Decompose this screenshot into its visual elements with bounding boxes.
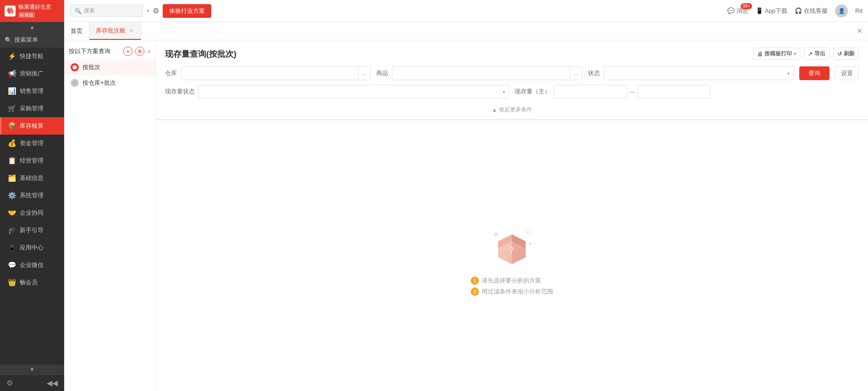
messages-btn[interactable]: 💬 消息 99+ bbox=[727, 7, 748, 15]
collapse-label: 收起更多条件 bbox=[499, 106, 532, 114]
logo-text: 畅 bbox=[7, 7, 13, 15]
sidebar-item-enterprise[interactable]: 🤝 企业协同 bbox=[0, 204, 64, 222]
system-label: 系统管理 bbox=[20, 191, 44, 200]
empty-state: ? 1 请先选择要分析的方案 2 用过滤条件来缩小分析范围 bbox=[156, 120, 868, 391]
app-center-label: 应用中心 bbox=[20, 244, 44, 252]
search-label: 搜索菜单 bbox=[14, 36, 38, 44]
scheme-item-warehouse-batch[interactable]: 按仓库+批次 bbox=[64, 75, 155, 91]
user-name[interactable]: Rit bbox=[855, 7, 863, 14]
print-btn-label: 按模板打印 bbox=[764, 50, 792, 58]
online-service-btn[interactable]: 🎧 在线客服 bbox=[795, 7, 828, 15]
status-select[interactable]: ▾ bbox=[604, 66, 794, 80]
sidebar-scroll-up[interactable]: ▲ bbox=[0, 22, 64, 32]
finance-label: 资金管理 bbox=[20, 139, 44, 147]
scheme-add-btn[interactable]: + bbox=[123, 47, 132, 56]
app-edition: 标准版 bbox=[18, 12, 35, 18]
product-field: 商品 ... bbox=[376, 66, 582, 80]
svg-point-2 bbox=[72, 81, 77, 85]
app-center-icon: 📱 bbox=[8, 244, 16, 252]
warehouse-input-wrapper[interactable]: ... bbox=[181, 66, 371, 80]
member-icon: 👑 bbox=[8, 278, 16, 287]
query-btn[interactable]: 查询 bbox=[799, 66, 830, 80]
sidebar-item-system[interactable]: ⚙️ 系统管理 bbox=[0, 187, 64, 204]
quick-nav-label: 快捷导航 bbox=[20, 52, 44, 60]
sidebar-item-member[interactable]: 👑 畅会员 bbox=[0, 274, 64, 291]
sidebar-item-finance[interactable]: 💰 资金管理 bbox=[0, 135, 64, 152]
product-input[interactable] bbox=[392, 67, 569, 80]
sidebar-item-marketing[interactable]: 📢 营销推广 bbox=[0, 65, 64, 82]
inventory-status-select[interactable]: ▾ bbox=[198, 85, 509, 98]
hint-num-1: 1 bbox=[471, 277, 479, 285]
enterprise-label: 企业协同 bbox=[20, 209, 44, 217]
sidebar-item-purchase[interactable]: 🛒 采购管理 bbox=[0, 100, 64, 117]
main-content: 🔍 搜索 ▾ ⚙ 体验行业方案 💬 消息 99+ 📱 App下载 🎧 在线客服 … bbox=[64, 0, 868, 391]
settings-footer-icon[interactable]: ⚙ bbox=[6, 379, 13, 387]
warehouse-more-btn[interactable]: ... bbox=[358, 67, 370, 80]
print-btn[interactable]: 🖨 按模板打印 ▾ bbox=[753, 48, 800, 60]
empty-hint-1: 1 请先选择要分析的方案 bbox=[471, 277, 553, 285]
finance-icon: 💰 bbox=[8, 139, 16, 147]
warehouse-input[interactable] bbox=[181, 67, 358, 80]
sidebar-search-item[interactable]: 🔍 搜索菜单 bbox=[0, 32, 64, 48]
tab-close-btn[interactable]: × bbox=[128, 27, 134, 34]
product-label: 商品 bbox=[376, 69, 388, 77]
user-avatar[interactable]: 👤 bbox=[835, 5, 848, 17]
quick-nav-icon: ⚡ bbox=[8, 52, 16, 60]
collapse-more-btn[interactable]: ▲ 收起更多条件 bbox=[165, 103, 859, 115]
tab-home[interactable]: 首页 bbox=[64, 22, 89, 40]
enterprise-icon: 🤝 bbox=[8, 209, 16, 217]
product-more-btn[interactable]: ... bbox=[570, 67, 582, 80]
wechat-icon: 💬 bbox=[8, 261, 16, 269]
scheme-gear-icon: ⊕ bbox=[137, 48, 142, 54]
status-label: 状态 bbox=[588, 69, 600, 77]
collapse-sidebar-icon[interactable]: ◀◀ bbox=[47, 379, 58, 387]
tabs-bar: 首页 库存批次账 × ✕ bbox=[64, 22, 868, 40]
export-btn[interactable]: ↗ 导出 bbox=[804, 48, 830, 60]
empty-hints: 1 请先选择要分析的方案 2 用过滤条件来缩小分析范围 bbox=[471, 277, 553, 296]
sidebar-item-wechat[interactable]: 💬 企业微信 bbox=[0, 256, 64, 274]
filter-row-1: 仓库 ... 商品 ... 状态 bbox=[165, 66, 859, 80]
svg-point-1 bbox=[73, 66, 76, 69]
topbar-search[interactable]: 🔍 搜索 bbox=[70, 5, 143, 17]
guide-icon: 🎓 bbox=[8, 226, 16, 234]
print-dropdown-icon[interactable]: ▾ bbox=[794, 51, 796, 56]
scheme-collapse-btn[interactable]: « bbox=[147, 48, 151, 55]
scheme-panel-title: 按以下方案查询 bbox=[69, 47, 110, 55]
operations-icon: 📋 bbox=[8, 157, 16, 165]
tab-active-label: 库存批次账 bbox=[96, 27, 126, 35]
warehouse-label: 仓库 bbox=[165, 69, 177, 77]
content-area: 按以下方案查询 + ⊕ « 按批次 bbox=[64, 40, 868, 391]
app-logo: 畅 bbox=[5, 5, 16, 16]
tab-inventory-batch[interactable]: 库存批次账 × bbox=[89, 22, 141, 40]
sidebar-item-sales[interactable]: 📊 销售管理 bbox=[0, 82, 64, 100]
inventory-status-arrow-icon: ▾ bbox=[503, 89, 505, 94]
scheme-item-batch[interactable]: 按批次 bbox=[64, 60, 155, 75]
app-title-text: 畅康通好生意 bbox=[18, 4, 51, 11]
scheme-settings-btn[interactable]: ⊕ bbox=[135, 47, 144, 56]
page-title-bar: 现存量查询(按批次) 🖨 按模板打印 ▾ ↗ 导出 ↺ bbox=[165, 48, 859, 60]
sidebar-item-inventory[interactable]: 📦 库存核算 bbox=[0, 117, 64, 135]
app-download-btn[interactable]: 📱 App下载 bbox=[756, 7, 787, 15]
sidebar-item-app-center[interactable]: 📱 应用中心 bbox=[0, 239, 64, 256]
status-arrow-icon: ▾ bbox=[787, 71, 790, 76]
inventory-status-field: 现存量状态 ▾ bbox=[165, 85, 509, 98]
topbar-dropdown-icon[interactable]: ▾ bbox=[147, 8, 149, 13]
sidebar-item-operations[interactable]: 📋 经营管理 bbox=[0, 152, 64, 169]
inventory-qty-to-input[interactable] bbox=[637, 85, 710, 98]
refresh-btn[interactable]: ↺ 刷新 bbox=[833, 48, 859, 60]
tabs-close-all-btn[interactable]: ✕ bbox=[851, 27, 868, 35]
industry-btn[interactable]: 体验行业方案 bbox=[163, 4, 211, 18]
product-input-wrapper[interactable]: ... bbox=[392, 66, 582, 80]
export-btn-label: 导出 bbox=[814, 50, 825, 58]
topbar-search-placeholder: 搜索 bbox=[84, 7, 95, 15]
sidebar-scroll-down[interactable]: ▼ bbox=[0, 364, 64, 375]
sidebar-item-basic[interactable]: 🗂️ 基础信息 bbox=[0, 169, 64, 187]
inventory-qty-from-input[interactable] bbox=[554, 85, 627, 98]
guide-label: 新手引导 bbox=[20, 226, 44, 234]
topbar-gear-icon[interactable]: ⚙ bbox=[153, 6, 159, 15]
sidebar-item-quick-nav[interactable]: ⚡ 快捷导航 bbox=[0, 48, 64, 65]
marketing-icon: 📢 bbox=[8, 70, 16, 78]
app-download-icon: 📱 bbox=[756, 7, 763, 14]
sidebar-item-guide[interactable]: 🎓 新手引导 bbox=[0, 222, 64, 239]
settings-btn[interactable]: 设置 bbox=[835, 66, 859, 80]
